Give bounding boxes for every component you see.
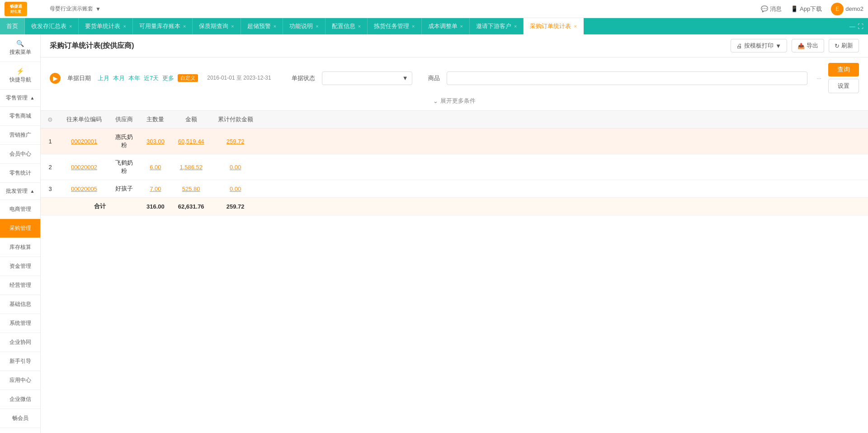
tab-purchase-stat[interactable]: 采购订单统计表 × <box>524 18 583 34</box>
tab-inventory[interactable]: 可用量库存账本 × <box>133 18 193 34</box>
sidebar-newbie-label: 新手引导 <box>9 357 31 365</box>
app-download-btn[interactable]: 📱 App下载 <box>791 5 822 13</box>
row-paid: 0.00 <box>211 180 260 198</box>
row-extra <box>260 154 868 180</box>
quantity-link[interactable]: 7.00 <box>150 186 161 192</box>
sidebar-item-system[interactable]: 系统管理 <box>0 314 40 333</box>
sidebar-item-newbie[interactable]: 新手引导 <box>0 352 40 371</box>
row-code: 00020001 <box>60 128 108 154</box>
sidebar-basic-label: 基础信息 <box>9 300 31 308</box>
col-extra <box>260 111 868 128</box>
sidebar-item-operations[interactable]: 经营管理 <box>0 276 40 295</box>
close-icon[interactable]: × <box>183 24 186 29</box>
ellipsis-icon[interactable]: ··· <box>816 75 821 81</box>
sidebar-item-quicknav[interactable]: ⚡ 快捷导航 <box>0 62 40 90</box>
tab-invite[interactable]: 邀请下游客户 × <box>470 18 524 34</box>
tab-overstock[interactable]: 超储预警 × <box>241 18 283 34</box>
sidebar-item-wholesale[interactable]: 批发管理 ▲ <box>0 183 40 200</box>
amount-link[interactable]: 60,519.44 <box>178 138 204 145</box>
paid-link[interactable]: 0.00 <box>230 164 241 171</box>
sidebar-item-enterprise[interactable]: 企业协同 <box>0 333 40 352</box>
code-link[interactable]: 00020005 <box>71 186 97 192</box>
shortcut-this-month[interactable]: 本月 <box>113 74 125 82</box>
quantity-link[interactable]: 303.00 <box>146 138 165 145</box>
close-icon[interactable]: × <box>231 24 234 29</box>
date-range: 2016-01-01 至 2023-12-31 <box>207 74 271 82</box>
shortcut-7days[interactable]: 近7天 <box>144 74 159 82</box>
close-icon[interactable]: × <box>69 24 72 29</box>
close-icon[interactable]: × <box>574 24 576 29</box>
tab-home[interactable]: 首页 <box>0 18 25 34</box>
filter-collapse-btn[interactable]: ▶ <box>50 73 61 84</box>
sidebar-item-appcenter[interactable]: 应用中心 <box>0 371 40 390</box>
sidebar-item-basic[interactable]: 基础信息 <box>0 295 40 314</box>
sidebar-item-member[interactable]: 会员中心 <box>0 145 40 164</box>
tab-order-stat[interactable]: 要货单统计表 × <box>79 18 132 34</box>
minimize-icon[interactable]: — <box>849 23 855 30</box>
close-icon[interactable]: × <box>412 24 415 29</box>
close-icon[interactable]: × <box>460 24 463 29</box>
data-table: ⚙ 往来单位编码 供应商 主数量 金额 累计付款金额 1 000200 <box>41 111 868 215</box>
sidebar-item-finance[interactable]: 资金管理 <box>0 257 40 276</box>
sidebar-item-wechat[interactable]: 企业微信 <box>0 390 40 409</box>
sidebar-item-marketing[interactable]: 营销推广 <box>0 126 40 145</box>
chevron-down-icon: ▲ <box>30 95 35 100</box>
goods-filter-input[interactable] <box>447 71 807 85</box>
content-area: 采购订单统计表(按供应商) 🖨 按模板打印 ▼ 📤 导出 ↻ 刷新 <box>41 34 868 433</box>
expand-conditions-btn[interactable]: ⌄ 展开更多条件 <box>433 97 476 105</box>
sidebar-item-retail-shop[interactable]: 零售商城 <box>0 107 40 126</box>
message-btn[interactable]: 💬 消息 <box>761 5 782 13</box>
sidebar-item-ecommerce[interactable]: 电商管理 <box>0 200 40 219</box>
user-area[interactable]: E demo2 <box>831 3 863 15</box>
checkbox-header[interactable]: ⚙ <box>41 111 60 128</box>
export-btn[interactable]: 📤 导出 <box>792 39 824 52</box>
close-icon[interactable]: × <box>274 24 276 29</box>
amount-link[interactable]: 1,586.52 <box>179 164 203 171</box>
tab-overstock-label: 超储预警 <box>247 22 271 30</box>
tab-receivable[interactable]: 收发存汇总表 × <box>25 18 79 34</box>
close-icon[interactable]: × <box>123 24 126 29</box>
quantity-link[interactable]: 6.00 <box>150 164 161 171</box>
shortcut-more[interactable]: 更多 <box>162 74 174 82</box>
tab-receivable-label: 收发存汇总表 <box>31 22 66 30</box>
close-icon[interactable]: × <box>358 24 361 29</box>
refresh-icon: ↻ <box>835 43 840 49</box>
close-icon[interactable]: × <box>316 24 318 29</box>
maximize-icon[interactable]: ⛶ <box>858 23 863 30</box>
tab-config[interactable]: 配置信息 × <box>326 18 368 34</box>
status-select[interactable]: ▼ <box>322 71 412 85</box>
close-icon[interactable]: × <box>514 24 517 29</box>
code-link[interactable]: 00020002 <box>71 164 97 171</box>
sidebar-item-retail-mgmt[interactable]: 零售管理 ▲ <box>0 90 40 107</box>
row-amount: 60,519.44 <box>171 128 211 154</box>
sidebar-ecommerce-label: 电商管理 <box>9 205 31 213</box>
sidebar-item-inventory[interactable]: 库存核算 <box>0 238 40 257</box>
app-icon: 📱 <box>791 5 798 12</box>
amount-link[interactable]: 525.80 <box>182 186 200 192</box>
tab-order-stat-label: 要货单统计表 <box>85 22 120 30</box>
tab-function[interactable]: 功能说明 × <box>283 18 325 34</box>
sidebar-item-purchase[interactable]: 采购管理 <box>0 219 40 238</box>
sidebar-item-retail-stat[interactable]: 零售统计 <box>0 164 40 183</box>
shortcut-this-year[interactable]: 本年 <box>128 74 140 82</box>
query-btn[interactable]: 查询 <box>828 63 859 76</box>
tab-cost[interactable]: 成本调整单 × <box>422 18 470 34</box>
paid-link[interactable]: 259.72 <box>226 138 245 145</box>
row-extra <box>260 128 868 154</box>
sidebar-item-member2[interactable]: 畅会员 <box>0 409 40 428</box>
tab-picking[interactable]: 拣货任务管理 × <box>368 18 421 34</box>
col-supplier: 供应商 <box>108 111 140 128</box>
refresh-btn[interactable]: ↻ 刷新 <box>829 39 859 52</box>
shortcut-last-month[interactable]: 上月 <box>98 74 109 82</box>
paid-link[interactable]: 0.00 <box>230 186 241 192</box>
template-print-btn[interactable]: 🖨 按模板打印 ▼ <box>731 39 787 52</box>
row-quantity: 303.00 <box>140 128 171 154</box>
sidebar-item-search[interactable]: 🔍 搜索菜单 <box>0 34 40 62</box>
settings-btn[interactable]: 设置 <box>828 79 859 93</box>
code-link[interactable]: 00020001 <box>71 138 97 145</box>
column-settings-icon[interactable]: ⚙ <box>47 116 53 123</box>
table-header-row: ⚙ 往来单位编码 供应商 主数量 金额 累计付款金额 <box>41 111 868 128</box>
workspace-selector[interactable]: 母婴行业演示账套 ▼ <box>50 5 761 13</box>
tab-expiry[interactable]: 保质期查询 × <box>193 18 241 34</box>
top-right: 💬 消息 📱 App下载 E demo2 <box>761 3 863 15</box>
